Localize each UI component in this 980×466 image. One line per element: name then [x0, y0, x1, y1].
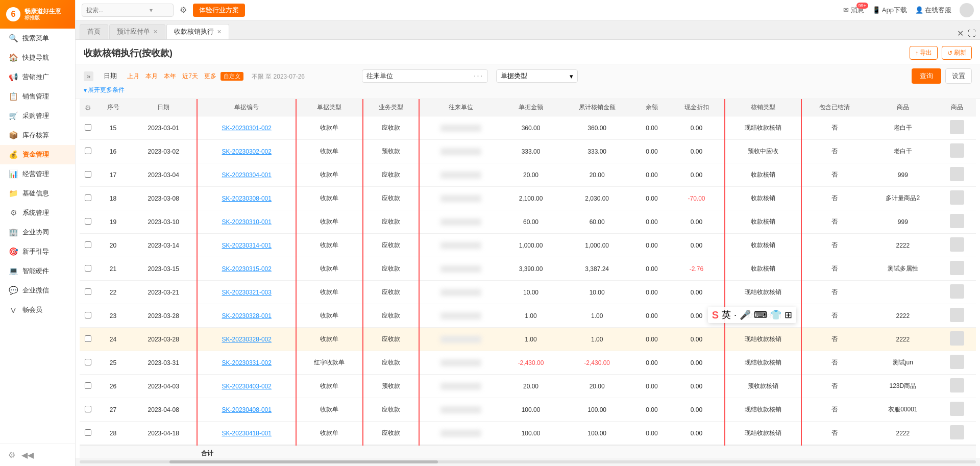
doc-no-link[interactable]: SK-20230328-002: [222, 336, 272, 343]
doc-no-link[interactable]: SK-20230315-002: [222, 265, 272, 273]
sidebar-gear-icon[interactable]: ⚙: [8, 450, 15, 460]
doc-no-link[interactable]: SK-20230418-001: [222, 430, 272, 437]
row-checkbox[interactable]: [85, 194, 91, 201]
export-button[interactable]: ↑ 导出: [910, 46, 938, 60]
cell-checkbox[interactable]: [80, 304, 96, 328]
filter-expand-more-button[interactable]: ▾ 展开更多条件: [84, 86, 972, 94]
row-checkbox[interactable]: [85, 124, 91, 131]
row-checkbox[interactable]: [85, 406, 91, 412]
online-service-button[interactable]: 👤 在线客服: [915, 6, 951, 15]
cell-checkbox[interactable]: [80, 210, 96, 234]
sidebar-item-inventory[interactable]: 📦库存核算: [0, 126, 75, 145]
row-checkbox[interactable]: [85, 288, 91, 295]
row-checkbox[interactable]: [85, 312, 91, 318]
ime-grid-icon[interactable]: ⊞: [785, 309, 792, 321]
row-checkbox[interactable]: [85, 171, 91, 178]
date-option-last-month[interactable]: 上月: [125, 71, 141, 82]
ime-dot-icon[interactable]: ·: [734, 310, 737, 321]
row-checkbox[interactable]: [85, 382, 91, 389]
maximize-tab-icon[interactable]: ⛶: [968, 29, 976, 38]
sidebar-item-operations[interactable]: 📊经营管理: [0, 164, 75, 184]
doc-no-link[interactable]: SK-20230314-001: [222, 242, 272, 249]
topbar-search-input[interactable]: [86, 7, 148, 14]
row-checkbox[interactable]: [85, 335, 91, 342]
row-checkbox[interactable]: [85, 265, 91, 272]
tab-close-pending[interactable]: ✕: [153, 29, 158, 35]
ime-keyboard-icon[interactable]: ⌨: [754, 309, 767, 321]
horizontal-scrollbar[interactable]: [76, 458, 980, 466]
cell-balance: 0.00: [634, 422, 669, 446]
message-button[interactable]: ✉ 消息 99+: [843, 6, 864, 15]
date-option-more[interactable]: 更多: [202, 71, 218, 82]
app-download-button[interactable]: 📱 App下载: [872, 6, 907, 15]
cell-checkbox[interactable]: [80, 328, 96, 351]
doc-no-link[interactable]: SK-20230408-001: [222, 406, 272, 413]
sidebar-item-search[interactable]: 🔍搜索菜单: [0, 29, 75, 48]
sidebar-item-marketing[interactable]: 📢营销推广: [0, 67, 75, 87]
cell-checkbox[interactable]: [80, 351, 96, 375]
row-checkbox[interactable]: [85, 148, 91, 154]
cell-checkbox[interactable]: [80, 187, 96, 210]
refresh-button[interactable]: ↺ 刷新: [942, 46, 972, 60]
query-button[interactable]: 查询: [912, 68, 941, 84]
doc-no-link[interactable]: SK-20230301-002: [222, 125, 272, 132]
doc-no-link[interactable]: SK-20230308-001: [222, 195, 272, 202]
tab-home[interactable]: 首页: [80, 24, 108, 39]
sidebar-item-quick-nav[interactable]: 🏠快捷导航: [0, 48, 75, 67]
doc-no-link[interactable]: SK-20230331-002: [222, 359, 272, 366]
cell-checkbox[interactable]: [80, 257, 96, 281]
sidebar-item-system[interactable]: ⚙系统管理: [0, 203, 75, 223]
cell-checkbox[interactable]: [80, 281, 96, 304]
tab-pending[interactable]: 预计应付单✕: [109, 24, 165, 39]
row-checkbox[interactable]: [85, 429, 91, 436]
sidebar-item-hardware[interactable]: 💻智能硬件: [0, 261, 75, 281]
doc-no-link[interactable]: SK-20230321-003: [222, 289, 272, 296]
cell-checkbox[interactable]: [80, 422, 96, 446]
doc-no-link[interactable]: SK-20230304-001: [222, 171, 272, 179]
tab-close-writeoff[interactable]: ✕: [217, 29, 222, 35]
topbar-chevron-icon[interactable]: ▾: [150, 7, 153, 14]
cell-checkbox[interactable]: [80, 116, 96, 140]
sidebar-item-sales[interactable]: 📋销售管理: [0, 87, 75, 106]
settings-button[interactable]: 设置: [945, 68, 972, 84]
cell-checkbox[interactable]: [80, 398, 96, 422]
doc-no-link[interactable]: SK-20230403-002: [222, 383, 272, 390]
scrollbar-thumb[interactable]: [169, 460, 438, 463]
sidebar-item-basics[interactable]: 📁基础信息: [0, 184, 75, 203]
topbar-gear-icon[interactable]: ⚙: [180, 5, 187, 15]
filter-expand-button[interactable]: »: [84, 71, 93, 81]
row-checkbox[interactable]: [85, 359, 91, 365]
filter-partner-input[interactable]: [397, 72, 474, 80]
row-checkbox[interactable]: [85, 241, 91, 248]
date-option-7days[interactable]: 近7天: [180, 71, 200, 82]
date-custom-button[interactable]: 自定义: [220, 72, 243, 81]
ime-chinese-icon[interactable]: 英: [722, 309, 731, 321]
solution-button[interactable]: 体验行业方案: [193, 4, 245, 17]
ime-mic-icon[interactable]: 🎤: [740, 309, 751, 321]
date-option-this-month[interactable]: 本月: [143, 71, 160, 82]
doc-no-link[interactable]: SK-20230328-001: [222, 312, 272, 320]
sidebar-item-finance[interactable]: 💰资金管理: [0, 145, 75, 164]
sidebar-item-purchase[interactable]: 🛒采购管理: [0, 106, 75, 126]
doc-no-link[interactable]: SK-20230302-002: [222, 148, 272, 155]
cell-checkbox[interactable]: [80, 375, 96, 398]
cell-seq: 27: [96, 398, 130, 422]
filter-doc-type-select[interactable]: 单据类型 ▾: [496, 69, 578, 83]
cell-checkbox[interactable]: [80, 163, 96, 187]
sidebar-item-enterprise[interactable]: 🏢企业协同: [0, 223, 75, 242]
cell-checkbox[interactable]: [80, 234, 96, 257]
filter-partner-more-icon[interactable]: ···: [474, 71, 483, 81]
sidebar-item-wechat[interactable]: 💬企业微信: [0, 281, 75, 300]
sidebar-collapse-icon[interactable]: ◀◀: [21, 450, 34, 460]
tab-writeoff[interactable]: 收款核销执行✕: [166, 24, 229, 39]
doc-no-link[interactable]: SK-20230310-001: [222, 218, 272, 226]
date-option-this-year[interactable]: 本年: [162, 71, 178, 82]
close-tab-icon[interactable]: ✕: [957, 29, 964, 38]
sidebar-item-member[interactable]: V畅会员: [0, 300, 75, 320]
ime-shirt-icon[interactable]: 👕: [770, 309, 781, 321]
row-checkbox[interactable]: [85, 218, 91, 225]
cell-checkbox[interactable]: [80, 140, 96, 163]
user-avatar[interactable]: [960, 3, 974, 17]
table-settings-icon[interactable]: ⚙: [85, 104, 91, 112]
sidebar-item-guide[interactable]: 🎯新手引导: [0, 242, 75, 261]
